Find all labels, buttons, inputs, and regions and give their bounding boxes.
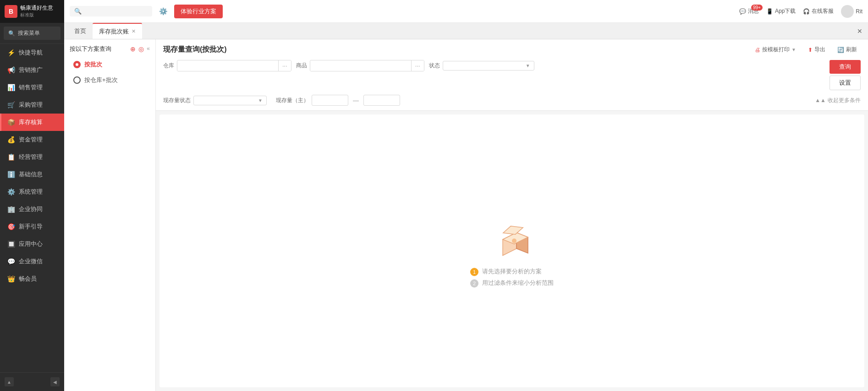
stock-quantity-max-input[interactable]: [363, 95, 400, 106]
refresh-btn[interactable]: 🔄 刷新: [834, 44, 861, 55]
page-header: 现存量查询(按批次) 🖨 按模板打印 ▼ ⬆ 导出 🔄: [156, 39, 868, 111]
sidebar-item-marketing[interactable]: 📢 营销推广: [0, 61, 64, 79]
tab-home[interactable]: 首页: [68, 23, 93, 39]
filter-item-label: 按仓库+批次: [84, 76, 118, 84]
headset-icon: 🎧: [803, 8, 810, 15]
sidebar-item-enterprise[interactable]: 🏢 企业协同: [0, 201, 64, 218]
warehouse-input[interactable]: [177, 61, 278, 71]
collapse-label: 收起更多条件: [828, 97, 861, 104]
result-area: 1 请先选择要分析的方案 2 用过滤条件来缩小分析范围: [159, 114, 864, 387]
message-icon: 💬: [739, 8, 746, 15]
refresh-label: 刷新: [846, 46, 857, 54]
filter-item-by-batch[interactable]: 按批次: [64, 57, 155, 72]
sidebar-scroll-up-btn[interactable]: ▲: [5, 377, 14, 386]
sidebar-item-purchase[interactable]: 🛒 采购管理: [0, 96, 64, 114]
finance-icon: 💰: [7, 136, 15, 144]
search-menu-button[interactable]: 🔍 搜索菜单: [4, 27, 60, 40]
sidebar-item-wechat[interactable]: 💬 企业微信: [0, 253, 64, 270]
operations-icon: 📋: [7, 153, 15, 161]
print-icon: 🖨: [755, 47, 760, 53]
print-btn[interactable]: 🖨 按模板打印 ▼: [751, 44, 800, 55]
export-icon: ⬆: [808, 47, 813, 53]
status-chevron-icon: ▼: [526, 63, 530, 68]
online-service-btn[interactable]: 🎧 在线客服: [803, 7, 834, 15]
filter-panel-title: 按以下方案查询: [70, 45, 111, 53]
sales-icon: 📊: [7, 83, 15, 92]
sidebar-item-label: 畅会员: [19, 275, 37, 283]
sidebar-item-label: 库存核算: [19, 118, 43, 126]
sidebar-item-label: 新手引导: [19, 223, 43, 231]
sidebar-item-sales[interactable]: 📊 销售管理: [0, 79, 64, 96]
tab-close-icon[interactable]: ✕: [132, 28, 136, 34]
sidebar-item-label: 企业协同: [19, 205, 43, 213]
app-center-icon: 🔲: [7, 240, 15, 248]
sidebar-item-label: 基础信息: [19, 170, 43, 179]
hint-text-2: 用过滤条件来缩小分析范围: [482, 279, 554, 287]
sidebar-item-operations[interactable]: 📋 经营管理: [0, 148, 64, 166]
filter-fields: 仓库 ··· 商品 ···: [163, 60, 820, 71]
newbie-icon: 🎯: [7, 223, 15, 231]
sidebar-item-newbie[interactable]: 🎯 新手引导: [0, 218, 64, 235]
print-chevron-icon[interactable]: ▼: [791, 47, 796, 52]
tabbar-close-btn[interactable]: ✕: [855, 26, 864, 37]
product-dots-btn[interactable]: ···: [411, 60, 424, 71]
hint-item-2: 2 用过滤条件来缩小分析范围: [470, 279, 554, 288]
basic-info-icon: ℹ️: [7, 170, 15, 179]
empty-illustration: [489, 214, 535, 260]
product-input[interactable]: [310, 61, 411, 71]
hint-item-1: 1 请先选择要分析的方案: [470, 267, 554, 276]
sidebar-item-label: 应用中心: [19, 240, 43, 248]
filter-item-by-warehouse-batch[interactable]: 按仓库+批次: [64, 72, 155, 88]
enterprise-icon: 🏢: [7, 205, 15, 213]
app-download-icon: 📱: [766, 8, 773, 15]
topbar: 🔍 ⚙️ 体验行业方案 💬 消息 99+ 📱 App下载 🎧 在线客服 Rit: [64, 0, 868, 23]
product-filter-group: 商品 ···: [296, 60, 424, 71]
sidebar-item-system[interactable]: ⚙️ 系统管理: [0, 183, 64, 201]
svg-point-4: [512, 239, 516, 243]
filter-item-label: 按批次: [84, 60, 102, 69]
add-scheme-icon[interactable]: ⊕: [130, 45, 136, 53]
collapse-btn[interactable]: ▲▲ 收起更多条件: [815, 97, 861, 104]
stock-status-group: 现存量状态 ▼: [163, 96, 267, 105]
sidebar-item-vip[interactable]: 👑 畅会员: [0, 270, 64, 288]
topbar-search-input[interactable]: [84, 8, 139, 15]
query-btn[interactable]: 查询: [830, 60, 861, 74]
settings-btn[interactable]: 设置: [830, 76, 861, 90]
sidebar-item-quick-nav[interactable]: ⚡ 快捷导航: [0, 44, 64, 61]
user-menu-btn[interactable]: Rit: [841, 5, 863, 18]
quick-nav-icon: ⚡: [7, 49, 15, 57]
content-area: 按以下方案查询 ⊕ ◎ « 按批次 按仓库+批次 现存量查询(按批: [64, 39, 868, 391]
filter-panel-collapse-icon[interactable]: «: [147, 45, 150, 53]
stock-status-label: 现存量状态: [163, 97, 191, 104]
settings-gear-icon[interactable]: ⚙️: [157, 5, 170, 18]
status-label: 状态: [429, 62, 440, 70]
sidebar-item-label: 企业微信: [19, 257, 43, 266]
sidebar-item-finance[interactable]: 💰 资金管理: [0, 131, 64, 148]
trial-btn[interactable]: 体验行业方案: [174, 5, 223, 18]
stock-quantity-min-input[interactable]: [312, 95, 348, 106]
filter-settings-icon[interactable]: ◎: [138, 45, 144, 53]
sidebar-item-inventory[interactable]: 📦 库存核算: [0, 114, 64, 131]
filter-inputs-row2: 现存量状态 ▼ 现存量（主） — ▲▲ 收起更多条: [163, 95, 861, 110]
sidebar-item-basic-info[interactable]: ℹ️ 基础信息: [0, 166, 64, 183]
sidebar-header: B 畅康通好生意 标准版: [0, 0, 64, 23]
product-input-group: ···: [310, 60, 424, 71]
topbar-actions: 💬 消息 99+ 📱 App下载 🎧 在线客服 Rit: [739, 5, 863, 18]
status-select[interactable]: ▼: [443, 61, 534, 71]
sidebar-item-label: 经营管理: [19, 153, 43, 161]
sidebar-collapse-btn[interactable]: ◀: [50, 377, 60, 386]
filter-panel-header: 按以下方案查询 ⊕ ◎ «: [64, 45, 155, 57]
messages-btn[interactable]: 💬 消息 99+: [739, 7, 759, 15]
export-btn[interactable]: ⬆ 导出: [804, 44, 829, 55]
filter-panel: 按以下方案查询 ⊕ ◎ « 按批次 按仓库+批次: [64, 39, 156, 391]
messages-badge: 99+: [751, 5, 763, 11]
sidebar-item-app-center[interactable]: 🔲 应用中心: [0, 235, 64, 253]
filter-panel-actions: ⊕ ◎ «: [130, 45, 150, 53]
online-service-label: 在线客服: [812, 7, 834, 15]
app-download-btn[interactable]: 📱 App下载: [766, 7, 796, 15]
stock-status-select[interactable]: ▼: [193, 96, 267, 105]
search-menu-label: 搜索菜单: [18, 29, 40, 37]
tab-inventory-batch[interactable]: 库存批次账 ✕: [93, 23, 142, 39]
warehouse-dots-btn[interactable]: ···: [278, 60, 291, 71]
right-buttons: 查询 设置: [830, 60, 861, 90]
